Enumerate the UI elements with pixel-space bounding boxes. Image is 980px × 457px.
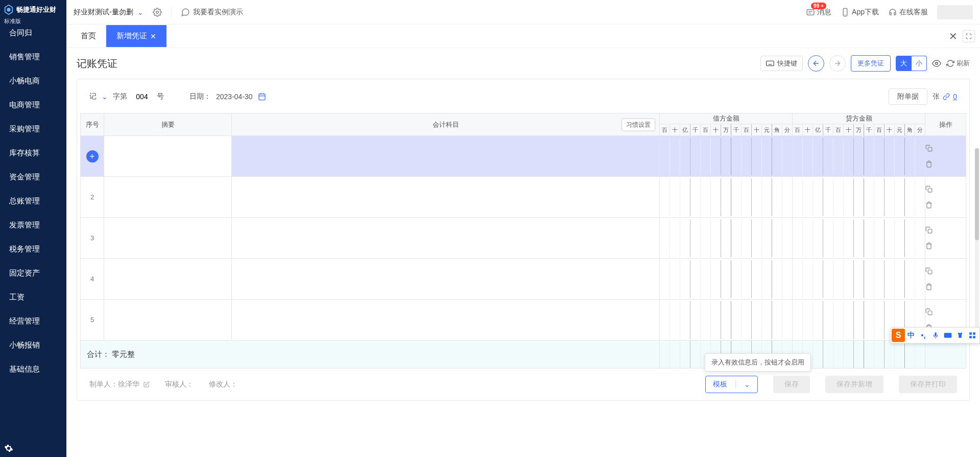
modifier-info: 修改人： [209, 380, 237, 389]
delete-row-icon[interactable] [925, 201, 966, 209]
shortcut-button[interactable]: 快捷键 [760, 56, 803, 71]
sidebar-item-inventory[interactable]: 库存核算 [0, 141, 66, 165]
svg-rect-16 [928, 188, 932, 192]
voucher-number-input[interactable] [132, 93, 152, 101]
account-cell[interactable] [232, 300, 660, 340]
sidebar-item-invoice[interactable]: 发票管理 [0, 213, 66, 237]
table-row[interactable]: 3 [81, 218, 966, 259]
op-cell [925, 259, 966, 300]
debit-cell[interactable] [660, 218, 793, 259]
debit-cell[interactable] [660, 177, 793, 218]
sidebar-item-asset[interactable]: 固定资产 [0, 261, 66, 285]
delete-row-icon[interactable] [925, 161, 966, 168]
ime-menu-icon[interactable] [966, 329, 978, 341]
ime-punct-icon[interactable]: •, [917, 329, 929, 341]
close-icon[interactable]: ✕ [150, 32, 156, 40]
ime-keyboard-icon[interactable] [942, 329, 954, 341]
copy-row-icon[interactable] [925, 186, 966, 193]
sidebar-item-operation[interactable]: 经营管理 [0, 309, 66, 333]
close-all-icon[interactable]: ✕ [949, 30, 958, 42]
table-row[interactable]: + [81, 136, 966, 177]
account-cell[interactable] [232, 136, 660, 177]
avatar[interactable] [937, 5, 973, 19]
link-count[interactable]: 0 [953, 93, 957, 101]
voucher-meta: 记 ⌄ 字第 号 日期： 2023-04-30 附单据 张 0 [77, 88, 969, 113]
save-button[interactable]: 保存 [773, 376, 810, 393]
svg-rect-20 [944, 333, 952, 337]
save-print-button[interactable]: 保存并打印 [899, 376, 957, 393]
ime-voice-icon[interactable] [929, 329, 942, 341]
copy-row-icon[interactable] [925, 308, 966, 315]
ime-skin-icon[interactable] [954, 329, 966, 341]
summary-cell[interactable] [104, 136, 232, 177]
sidebar-item-basic[interactable]: 基础信息 [0, 357, 66, 381]
next-voucher-button[interactable] [829, 55, 846, 72]
sidebar-item-fund[interactable]: 资金管理 [0, 165, 66, 189]
debit-cell[interactable] [660, 300, 793, 340]
preview-button[interactable] [932, 59, 941, 68]
credit-cell[interactable] [793, 259, 925, 300]
account-cell[interactable] [232, 177, 660, 218]
delete-row-icon[interactable] [925, 242, 966, 249]
attach-button[interactable]: 附单据 [889, 88, 927, 105]
copy-row-icon[interactable] [925, 145, 966, 152]
seq-cell: 5 [81, 300, 104, 340]
tab-home[interactable]: 首页 [70, 25, 106, 47]
voucher-type[interactable]: 记 [89, 92, 97, 101]
summary-cell[interactable] [104, 259, 232, 300]
edit-icon[interactable] [144, 381, 150, 387]
size-small-button[interactable]: 小 [912, 56, 927, 71]
prev-voucher-button[interactable] [808, 55, 824, 72]
ime-toolbar[interactable]: S 中 •, [890, 327, 980, 344]
demo-link[interactable]: 我要看实例演示 [181, 8, 243, 17]
link-icon[interactable] [943, 93, 950, 100]
debit-cell[interactable] [660, 259, 793, 300]
credit-cell[interactable] [793, 177, 925, 218]
sidebar-item-ledger[interactable]: 总账管理 [0, 189, 66, 213]
message-button[interactable]: 99 + 消息 [806, 8, 831, 17]
scrollbar[interactable] [975, 148, 979, 342]
summary-input[interactable] [106, 140, 229, 171]
copy-row-icon[interactable] [925, 267, 966, 275]
summary-cell[interactable] [104, 300, 232, 340]
sidebar-item-contract[interactable]: 合同归 [0, 28, 66, 45]
calendar-icon[interactable] [258, 93, 266, 101]
summary-cell[interactable] [104, 177, 232, 218]
customer-service-button[interactable]: 在线客服 [888, 8, 928, 17]
sidebar-item-ecom1[interactable]: 小畅电商 [0, 69, 66, 93]
sidebar-item-expense[interactable]: 小畅报销 [0, 333, 66, 357]
copy-row-icon[interactable] [925, 226, 966, 234]
settings-icon[interactable] [153, 8, 162, 17]
template-button[interactable]: 模板 ⌄ [705, 376, 758, 393]
project-selector[interactable]: 好业财测试-量勿删 ⌄ [74, 8, 144, 17]
habit-settings-button[interactable]: 习惯设置 [622, 118, 655, 131]
credit-cell[interactable] [793, 218, 925, 259]
size-big-button[interactable]: 大 [896, 56, 912, 71]
app-download-button[interactable]: App下载 [841, 8, 879, 17]
table-row[interactable]: 5 [81, 300, 966, 340]
table-row[interactable]: 2 [81, 177, 966, 218]
table-row[interactable]: 4 [81, 259, 966, 300]
sidebar-item-purchase[interactable]: 采购管理 [0, 117, 66, 141]
ime-lang[interactable]: 中 [905, 329, 917, 341]
add-row-button[interactable]: + [86, 150, 99, 163]
summary-cell[interactable] [104, 218, 232, 259]
delete-row-icon[interactable] [925, 283, 966, 290]
account-cell[interactable] [232, 218, 660, 259]
save-new-button[interactable]: 保存并新增 [825, 376, 883, 393]
refresh-button[interactable]: 刷新 [946, 59, 970, 68]
more-voucher-button[interactable]: 更多凭证 [851, 55, 891, 72]
voucher-date[interactable]: 2023-04-30 [216, 93, 253, 101]
sidebar-item-sales[interactable]: 销售管理 [0, 45, 66, 69]
sidebar-item-salary[interactable]: 工资 [0, 285, 66, 309]
sidebar-settings[interactable] [0, 440, 66, 457]
chevron-down-icon[interactable]: ⌄ [102, 93, 108, 101]
seq-cell: 4 [81, 259, 104, 300]
sidebar-item-ecom2[interactable]: 电商管理 [0, 93, 66, 117]
tab-new-voucher[interactable]: 新增凭证 ✕ [106, 25, 166, 47]
debit-cell[interactable] [660, 136, 793, 177]
fullscreen-button[interactable] [963, 30, 975, 42]
account-cell[interactable] [232, 259, 660, 300]
credit-cell[interactable] [793, 136, 925, 177]
sidebar-item-tax[interactable]: 税务管理 [0, 237, 66, 261]
